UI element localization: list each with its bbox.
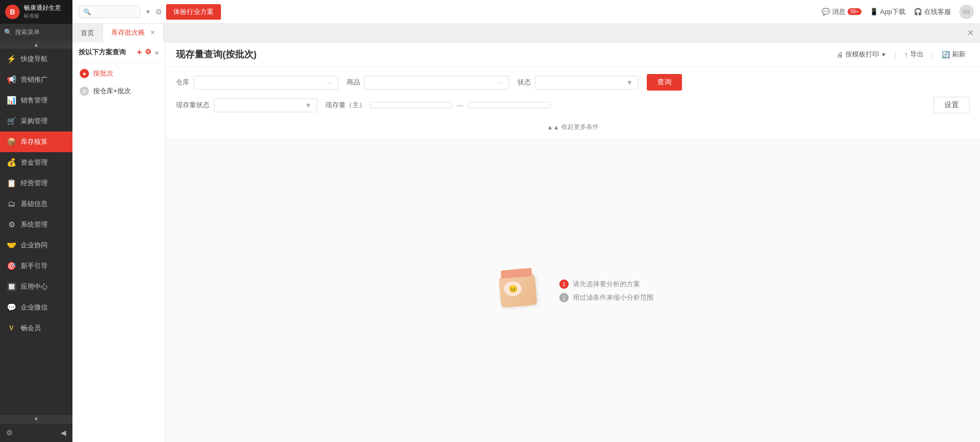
export-icon: ↑ (904, 51, 908, 58)
sidebar-item-inventory[interactable]: 📦 库存核算 (0, 131, 72, 152)
warehouse-label: 仓库 (176, 78, 189, 87)
status-filter: 状态 ▼ (517, 76, 639, 90)
enterprise-icon: 🤝 (6, 240, 17, 251)
product-input[interactable]: ··· (364, 76, 509, 90)
page-title: 现存量查询(按批次) (176, 48, 257, 61)
newbie-icon: 🎯 (6, 261, 17, 271)
sales-icon: 📊 (6, 95, 17, 106)
status-select[interactable]: ▼ (535, 76, 639, 90)
filter-area: 仓库 ··· 商品 ··· (166, 67, 980, 139)
refresh-button[interactable]: 🔄 刷新 (938, 48, 970, 61)
tab-close-icon[interactable]: ✕ (150, 29, 155, 36)
sidebar-item-member[interactable]: V 畅会员 (0, 318, 72, 338)
system-icon: ⚙ (6, 219, 17, 230)
scheme-settings-icon[interactable]: ⚙ (145, 48, 152, 56)
export-label: 导出 (910, 50, 924, 59)
page-header-actions: 🖨 按模板打印 ▼ | ↑ 导出 | 🔄 刷新 (833, 48, 970, 61)
export-button[interactable]: ↑ 导出 (900, 48, 928, 61)
hint-1: 1 请先选择要分析的方案 (559, 279, 654, 289)
sidebar-item-enterprise[interactable]: 🤝 企业协同 (0, 235, 72, 256)
user-profile[interactable]: Rit (959, 5, 974, 19)
warehouse-input[interactable]: ··· (194, 76, 338, 90)
business-icon: 📋 (6, 178, 17, 188)
sidebar-item-basic[interactable]: 🗂 基础信息 (0, 194, 72, 214)
scheme-label: 按仓库+批次 (93, 86, 131, 96)
inventory-batch-tab-label: 库存批次账 (111, 28, 145, 37)
collapse-sidebar-icon[interactable]: ◀ (61, 429, 66, 437)
app-logo: B (5, 5, 20, 19)
scheme-item-by-warehouse-batch[interactable]: ⊙ 按仓库+批次 (72, 82, 165, 100)
messages-button[interactable]: 💬 消息 99+ (822, 7, 862, 17)
topbar-dropdown-icon[interactable]: ▼ (145, 8, 151, 16)
sidebar-search-label: 搜索菜单 (15, 28, 40, 37)
hint-num-2: 2 (559, 293, 569, 302)
scheme-icon-red: ● (80, 69, 89, 78)
search-icon: 🔍 (4, 28, 12, 36)
scheme-icon-gray: ⊙ (80, 86, 89, 96)
left-panel-header: 按以下方案查询 + ⚙ « (72, 42, 165, 63)
online-service-label: 在线客服 (924, 7, 951, 17)
stock-status-select[interactable]: ▼ (214, 98, 317, 112)
sidebar-item-marketing[interactable]: 📢 营销推广 (0, 69, 72, 90)
app-download-button[interactable]: 📱 App下载 (870, 7, 905, 17)
topbar-gear-icon[interactable]: ⚙ (155, 7, 162, 17)
tabbar: 首页 库存批次账 ✕ ✕ (72, 24, 980, 42)
sidebar-item-label: 销售管理 (21, 96, 48, 105)
marketing-icon: 📢 (6, 75, 17, 85)
sidebar-item-newbie[interactable]: 🎯 新手引导 (0, 256, 72, 276)
print-button[interactable]: 🖨 按模板打印 ▼ (833, 48, 890, 61)
add-scheme-button[interactable]: + (137, 48, 142, 56)
app-name: 畅康通好生意 (24, 4, 61, 12)
app-version: 标准版 (24, 12, 61, 20)
sidebar-item-label: 企业协同 (21, 241, 48, 250)
stock-qty-label: 现存量（主） (325, 100, 366, 110)
app-info: 畅康通好生意 标准版 (24, 4, 61, 20)
topbar-right: 💬 消息 99+ 📱 App下载 🎧 在线客服 Rit (822, 5, 974, 19)
warehouse-dots[interactable]: ··· (327, 79, 333, 86)
refresh-label: 刷新 (952, 50, 966, 59)
page-header: 现存量查询(按批次) 🖨 按模板打印 ▼ | ↑ 导出 | 🔄 (166, 42, 980, 67)
sidebar-item-finance[interactable]: 💰 资金管理 (0, 152, 72, 173)
scheme-item-by-batch[interactable]: ● 按批次 (72, 65, 165, 82)
app-download-label: App下载 (880, 7, 905, 17)
settings-icon[interactable]: ⚙ (6, 429, 13, 437)
left-panel-title: 按以下方案查询 (79, 48, 126, 57)
sidebar-item-purchase[interactable]: 🛒 采购管理 (0, 111, 72, 131)
tab-inventory-batch[interactable]: 库存批次账 ✕ (103, 24, 164, 42)
online-service-button[interactable]: 🎧 在线客服 (914, 7, 951, 17)
stock-status-label: 现存量状态 (176, 100, 210, 110)
sidebar-scroll-up[interactable]: ▲ (0, 41, 72, 49)
tab-close-right-icon[interactable]: ✕ (961, 24, 980, 42)
topbar-search[interactable]: 🔍 (79, 6, 141, 18)
query-button[interactable]: 查询 (647, 74, 682, 91)
product-dots[interactable]: ··· (498, 79, 503, 86)
sidebar-item-label: 基础信息 (21, 199, 48, 209)
sidebar-item-apps[interactable]: 🔲 应用中心 (0, 276, 72, 297)
messages-label: 消息 (832, 7, 845, 17)
status-dropdown-icon: ▼ (626, 79, 633, 86)
stock-qty-to[interactable] (468, 102, 551, 108)
stock-qty-from[interactable] (370, 102, 453, 108)
separator-2: | (932, 51, 933, 58)
sidebar-item-label: 库存核算 (21, 137, 48, 146)
tab-home[interactable]: 首页 (72, 24, 103, 42)
collapse-filter-button[interactable]: ▲▲ 收起更多条件 (176, 120, 970, 135)
sidebar-item-wechat[interactable]: 💬 企业微信 (0, 297, 72, 318)
sidebar-item-quick-nav[interactable]: ⚡ 快捷导航 (0, 49, 72, 69)
settings-button[interactable]: 设置 (933, 97, 970, 113)
print-dropdown-icon[interactable]: ▼ (881, 52, 886, 57)
sidebar-item-system[interactable]: ⚙ 系统管理 (0, 214, 72, 235)
trial-button[interactable]: 体验行业方案 (166, 4, 221, 20)
collapse-panel-icon[interactable]: « (155, 48, 159, 56)
message-icon: 💬 (822, 8, 830, 16)
status-label: 状态 (517, 78, 531, 87)
sidebar-search[interactable]: 🔍 搜索菜单 (0, 24, 72, 41)
sidebar-item-sales[interactable]: 📊 销售管理 (0, 90, 72, 111)
user-name: Rit (963, 9, 970, 15)
hint-text-1: 请先选择要分析的方案 (573, 279, 640, 289)
sidebar-item-business[interactable]: 📋 经营管理 (0, 173, 72, 194)
product-filter: 商品 ··· (347, 76, 509, 90)
sidebar-scroll-down[interactable]: ▼ (0, 415, 72, 423)
sidebar-item-label: 系统管理 (21, 220, 48, 229)
sidebar-item-label: 新手引导 (21, 261, 48, 271)
